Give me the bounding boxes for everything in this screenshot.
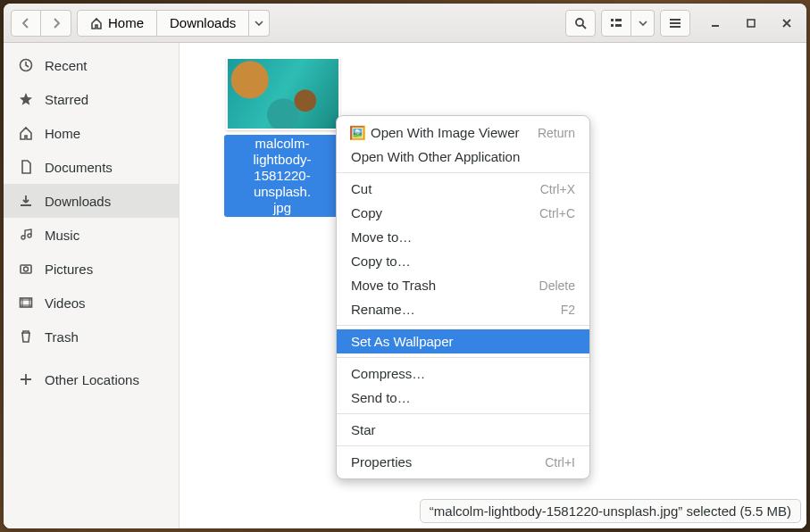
sidebar-item-downloads[interactable]: Downloads <box>4 184 179 218</box>
file-name: malcolm-lightbody-1581220-unsplash.jpg <box>224 135 340 217</box>
menu-separator <box>337 325 589 326</box>
home-icon <box>90 17 103 29</box>
sidebar-item-documents[interactable]: Documents <box>4 150 179 184</box>
svg-rect-2 <box>615 19 622 21</box>
sidebar-item-label: Other Locations <box>45 372 139 387</box>
svg-rect-4 <box>615 24 622 27</box>
sidebar-item-videos[interactable]: Videos <box>4 286 179 320</box>
sidebar-item-label: Recent <box>45 58 88 73</box>
path-dropdown[interactable] <box>249 10 270 37</box>
menu-set-wallpaper[interactable]: Set As Wallpaper <box>337 329 589 353</box>
sidebar-item-label: Videos <box>45 295 86 311</box>
home-icon <box>18 126 34 140</box>
downloads-icon <box>18 194 34 208</box>
documents-icon <box>18 160 34 174</box>
sidebar-item-other-locations[interactable]: Other Locations <box>4 362 179 396</box>
search-icon <box>574 17 587 29</box>
sidebar-item-label: Pictures <box>45 262 93 277</box>
sidebar-item-recent[interactable]: Recent <box>4 48 179 82</box>
menu-separator <box>337 172 589 173</box>
minimize-button[interactable] <box>703 11 728 36</box>
image-viewer-icon: 🖼️ <box>349 125 367 141</box>
svg-rect-1 <box>611 19 614 21</box>
menu-open-image-viewer[interactable]: 🖼️Open With Image ViewerReturn <box>337 121 589 145</box>
sidebar-item-label: Music <box>45 228 79 243</box>
view-mode-button[interactable] <box>601 10 631 37</box>
list-view-icon <box>610 17 622 29</box>
svg-point-0 <box>576 19 583 26</box>
status-text: “malcolm-lightbody-1581220-unsplash.jpg”… <box>430 503 791 519</box>
videos-icon <box>18 295 34 310</box>
sidebar-item-home[interactable]: Home <box>4 116 179 150</box>
sidebar-item-label: Documents <box>45 160 113 175</box>
sidebar-item-trash[interactable]: Trash <box>4 320 179 353</box>
path-downloads-label: Downloads <box>170 15 236 30</box>
sidebar: Recent Starred Home Documents Downloads … <box>4 43 180 528</box>
menu-cut[interactable]: CutCtrl+X <box>337 177 589 201</box>
menu-separator <box>337 357 589 358</box>
sidebar-item-label: Starred <box>45 92 88 107</box>
menu-star[interactable]: Star <box>337 418 589 442</box>
close-button[interactable] <box>774 11 799 36</box>
svg-rect-5 <box>747 20 755 27</box>
sidebar-item-pictures[interactable]: Pictures <box>4 252 179 286</box>
sidebar-item-label: Home <box>45 126 80 141</box>
hamburger-icon <box>669 17 681 29</box>
forward-button[interactable] <box>41 10 71 37</box>
menu-compress[interactable]: Compress… <box>337 362 589 386</box>
back-button[interactable] <box>11 10 41 37</box>
sidebar-item-label: Downloads <box>45 194 111 209</box>
menu-move-trash[interactable]: Move to TrashDelete <box>337 273 589 297</box>
star-icon <box>18 92 34 106</box>
menu-rename[interactable]: Rename…F2 <box>337 297 589 321</box>
search-button[interactable] <box>565 10 596 37</box>
clock-icon <box>18 58 34 72</box>
file-item[interactable]: malcolm-lightbody-1581220-unsplash.jpg <box>224 57 342 217</box>
music-icon <box>18 228 34 242</box>
context-menu: 🖼️Open With Image ViewerReturn Open With… <box>336 115 590 479</box>
sidebar-item-music[interactable]: Music <box>4 218 179 252</box>
svg-rect-3 <box>611 24 614 27</box>
file-thumbnail <box>226 57 340 130</box>
svg-point-8 <box>24 267 29 271</box>
titlebar: Home Downloads <box>4 4 806 43</box>
chevron-down-icon <box>255 19 263 28</box>
path-home-label: Home <box>108 15 144 30</box>
menu-properties[interactable]: PropertiesCtrl+I <box>337 450 589 474</box>
path-bar: Home Downloads <box>77 10 270 37</box>
path-downloads[interactable]: Downloads <box>157 10 249 37</box>
chevron-down-icon <box>639 19 647 28</box>
trash-icon <box>18 329 34 344</box>
menu-copy[interactable]: CopyCtrl+C <box>337 201 589 225</box>
pictures-icon <box>18 262 34 276</box>
sidebar-item-label: Trash <box>45 329 79 345</box>
plus-icon <box>18 373 34 386</box>
menu-separator <box>337 445 589 446</box>
menu-copy-to[interactable]: Copy to… <box>337 249 589 273</box>
maximize-button[interactable] <box>739 11 764 36</box>
menu-separator <box>337 413 589 414</box>
menu-open-other-app[interactable]: Open With Other Application <box>337 145 589 169</box>
menu-move-to[interactable]: Move to… <box>337 225 589 249</box>
view-options-button[interactable] <box>631 10 655 37</box>
menu-send-to[interactable]: Send to… <box>337 386 589 410</box>
sidebar-item-starred[interactable]: Starred <box>4 82 179 116</box>
file-manager-window: Home Downloads Recent Starred Home Do <box>4 4 806 528</box>
path-home[interactable]: Home <box>77 10 157 37</box>
hamburger-menu-button[interactable] <box>660 10 690 37</box>
status-bar: “malcolm-lightbody-1581220-unsplash.jpg”… <box>420 499 801 523</box>
